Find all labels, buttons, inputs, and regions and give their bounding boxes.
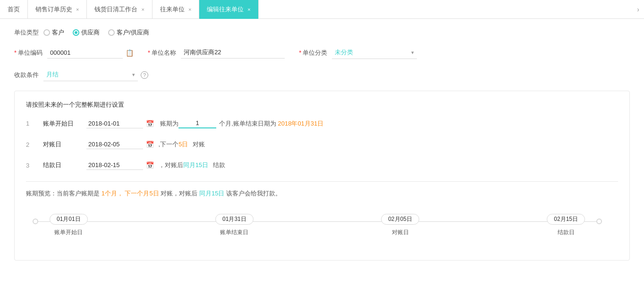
setting-row-3: 3 结款日 📅 ，对账后 同月15日 结款 — [26, 160, 618, 170]
tab-cash-label: 钱货日清工作台 — [94, 5, 137, 14]
reconcile-date-cal-icon[interactable]: 📅 — [146, 141, 154, 148]
step-3: 3 — [26, 162, 35, 169]
unit-info-row: 单位编码 📋 单位名称 单位分类 未分类 ▾ — [14, 46, 630, 59]
preview-part3: 同月15日 — [199, 190, 224, 197]
timeline-node-3-box: 02月05日 — [381, 214, 419, 225]
payment-date-desc-suffix: 结款 — [211, 161, 225, 169]
radio-both[interactable]: 客户/供应商 — [108, 28, 149, 37]
tab-edit-unit[interactable]: 编辑往来单位 × — [199, 0, 258, 19]
timeline-node-1: 01月01日 账单开始日 — [50, 214, 88, 236]
period-input[interactable] — [178, 118, 216, 128]
tab-unit-from[interactable]: 往来单位 × — [153, 0, 199, 19]
radio-customer-circle — [43, 29, 50, 36]
unit-name-label: 单位名称 — [148, 49, 176, 57]
timeline-node-3: 02月05日 对账日 — [381, 214, 419, 236]
timeline-container: 01月01日 账单开始日 01月31日 账单结束日 02月05日 对账日 — [26, 209, 618, 251]
unit-type-row: 单位类型 客户 供应商 客户/供应商 — [14, 28, 630, 37]
reconcile-date-label: 对账日 — [43, 140, 81, 149]
reconcile-date-input[interactable] — [86, 140, 143, 149]
timeline-node-2: 01月31日 账单结束日 — [215, 214, 254, 236]
divider — [26, 181, 618, 182]
unit-category-arrow: ▾ — [411, 50, 414, 56]
tab-unit-close[interactable]: × — [188, 7, 191, 12]
tab-edit-label: 编辑往来单位 — [207, 5, 244, 14]
step-2: 2 — [26, 141, 35, 148]
settings-section: 请按照未来的一个完整帐期进行设置 1 账单开始日 📅 账期为 个月,账单结束日期… — [14, 91, 630, 261]
timeline-node-2-box: 01月31日 — [215, 214, 254, 225]
tab-home-label: 首页 — [8, 5, 20, 14]
preview-middle: 对账，对账后 — [161, 190, 197, 197]
section-title: 请按照未来的一个完整帐期进行设置 — [26, 101, 618, 109]
unit-category-label: 单位分类 — [299, 49, 327, 57]
reconcile-highlight: 5日 — [178, 140, 188, 149]
payment-row: 收款条件 月结 ▾ ? — [14, 68, 630, 81]
tab-sales-history[interactable]: 销售订单历史 × — [28, 0, 87, 19]
timeline-node-1-box: 01月01日 — [50, 214, 88, 225]
tab-edit-close[interactable]: × — [247, 7, 250, 12]
timeline-node-4-box: 02月15日 — [547, 214, 585, 225]
radio-supplier-label: 供应商 — [81, 28, 100, 37]
timeline-node-2-label: 账单结束日 — [220, 228, 248, 236]
radio-supplier-circle — [73, 29, 79, 36]
setting-row-2: 2 对账日 📅 ,下一个 5日 对账 — [26, 140, 618, 149]
payment-date-cal-icon[interactable]: 📅 — [146, 161, 154, 169]
unit-name-input[interactable] — [181, 47, 285, 59]
radio-customer[interactable]: 客户 — [43, 28, 64, 37]
radio-supplier[interactable]: 供应商 — [73, 28, 100, 37]
radio-both-label: 客户/供应商 — [117, 28, 149, 37]
tab-cash-work[interactable]: 钱货日清工作台 × — [87, 0, 152, 19]
unit-type-label: 单位类型 — [14, 28, 39, 37]
preview-prefix: 账期预览：当前客户账期是 — [26, 190, 100, 197]
tabs-arrow[interactable]: › — [632, 6, 644, 13]
timeline-nodes: 01月01日 账单开始日 01月31日 账单结束日 02月05日 对账日 — [35, 214, 599, 236]
radio-both-circle — [108, 29, 115, 36]
tab-unit-label: 往来单位 — [160, 5, 185, 14]
payment-help-icon[interactable]: ? — [141, 71, 148, 79]
preview-part1: 1个月， — [102, 190, 123, 197]
payment-arrow: ▾ — [132, 72, 135, 78]
unit-code-icon[interactable]: 📋 — [126, 49, 134, 57]
start-date-label: 账单开始日 — [43, 119, 81, 128]
period-end-date: 2018年01月31日 — [276, 119, 323, 128]
unit-category-select[interactable]: 未分类 ▾ — [332, 46, 417, 59]
payment-date-input[interactable] — [86, 160, 143, 170]
tab-sales-label: 销售订单历史 — [35, 5, 72, 14]
start-date-cal-icon[interactable]: 📅 — [146, 120, 154, 127]
step-1: 1 — [26, 120, 35, 127]
payment-date-desc-prefix: ，对账后 — [157, 161, 183, 169]
start-date-input[interactable] — [86, 119, 143, 128]
timeline-node-4: 02月15日 结款日 — [547, 214, 585, 236]
period-prefix: 账期为 — [157, 119, 178, 128]
unit-type-radio-group: 客户 供应商 客户/供应商 — [43, 28, 149, 37]
preview-part2: 下一个月5日 — [125, 190, 159, 197]
timeline-node-4-label: 结款日 — [558, 228, 575, 236]
unit-category-value: 未分类 — [335, 48, 411, 57]
unit-code-label: 单位编码 — [14, 49, 42, 57]
tabs-bar: 首页 销售订单历史 × 钱货日清工作台 × 往来单位 × 编辑往来单位 × › — [0, 0, 644, 19]
period-suffix: 个月,账单结束日期为 — [219, 119, 276, 128]
tab-home[interactable]: 首页 — [0, 0, 28, 19]
reconcile-desc-prefix: ,下一个 — [157, 140, 178, 149]
payment-date-highlight: 同月15日 — [183, 161, 208, 169]
tab-cash-close[interactable]: × — [141, 7, 144, 12]
tab-sales-close[interactable]: × — [76, 7, 79, 12]
content-area: 单位类型 客户 供应商 客户/供应商 单位编码 📋 单位名称 单位分类 未 — [0, 19, 644, 287]
payment-value: 月结 — [46, 70, 132, 79]
payment-select[interactable]: 月结 ▾ — [43, 68, 138, 81]
reconcile-desc-suffix: 对账 — [191, 140, 205, 149]
radio-customer-label: 客户 — [52, 28, 64, 37]
timeline-node-3-label: 对账日 — [392, 228, 409, 236]
setting-row-1: 1 账单开始日 📅 账期为 个月,账单结束日期为 2018年01月31日 — [26, 118, 618, 128]
preview-text: 账期预览：当前客户账期是 1个月， 下一个月5日 对账，对账后 同月15日 该客… — [26, 189, 618, 198]
unit-code-input[interactable] — [47, 47, 123, 59]
preview-suffix: 该客户会给我打款。 — [226, 190, 281, 197]
payment-label: 收款条件 — [14, 71, 39, 79]
timeline-node-1-label: 账单开始日 — [54, 228, 83, 236]
payment-date-label: 结款日 — [43, 161, 81, 169]
